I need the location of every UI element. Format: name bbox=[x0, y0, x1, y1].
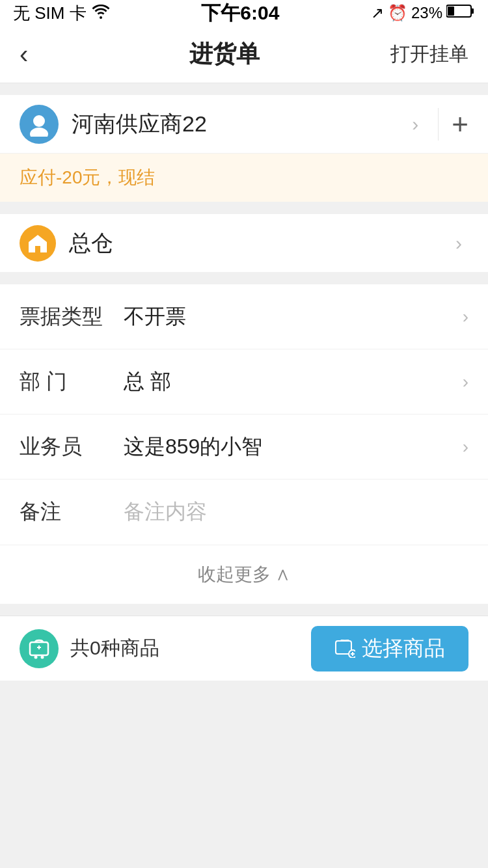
svg-point-4 bbox=[30, 128, 48, 137]
salesperson-chevron-icon: › bbox=[463, 437, 468, 457]
page-title: 进货单 bbox=[189, 38, 260, 70]
add-supplier-button[interactable]: + bbox=[452, 110, 468, 139]
svg-point-3 bbox=[33, 115, 45, 127]
warehouse-icon bbox=[20, 225, 56, 262]
supplier-chevron-icon: › bbox=[412, 113, 418, 135]
invoice-type-label: 票据类型 bbox=[20, 303, 124, 331]
open-pending-button[interactable]: 打开挂单 bbox=[390, 41, 468, 68]
select-product-label: 选择商品 bbox=[362, 634, 445, 663]
status-right: ↗ ⏰ 23% bbox=[371, 4, 475, 22]
battery-icon bbox=[446, 4, 475, 22]
bottom-bar: 共0种商品 选择商品 bbox=[0, 616, 488, 681]
department-chevron-icon: › bbox=[463, 372, 468, 392]
department-label: 部 门 bbox=[20, 368, 124, 396]
svg-marker-5 bbox=[29, 235, 47, 252]
supplier-avatar bbox=[20, 105, 59, 144]
section-divider-1 bbox=[0, 83, 488, 95]
remark-label: 备注 bbox=[20, 498, 124, 526]
collapse-button[interactable]: 收起更多 ∧ bbox=[0, 545, 488, 604]
back-button[interactable]: ‹ bbox=[20, 40, 59, 69]
page-background bbox=[0, 681, 488, 850]
svg-rect-1 bbox=[471, 8, 474, 14]
nav-bar: ‹ 进货单 打开挂单 bbox=[0, 26, 488, 83]
sim-status: 无 SIM 卡 bbox=[13, 2, 87, 25]
collapse-label: 收起更多 ∧ bbox=[198, 564, 291, 584]
warehouse-chevron-icon: › bbox=[455, 232, 462, 254]
cart-icon bbox=[27, 637, 51, 660]
section-divider-3 bbox=[0, 273, 488, 284]
remark-input[interactable]: 备注内容 bbox=[124, 498, 468, 526]
form-section: 票据类型 不开票 › 部 门 总 部 › 业务员 这是859的小智 › 备注 备… bbox=[0, 284, 488, 545]
salesperson-row[interactable]: 业务员 这是859的小智 › bbox=[0, 414, 488, 480]
avatar-person-icon bbox=[27, 112, 51, 137]
alarm-icon: ⏰ bbox=[388, 4, 407, 22]
section-divider-4 bbox=[0, 604, 488, 616]
invoice-type-row[interactable]: 票据类型 不开票 › bbox=[0, 284, 488, 349]
salesperson-value: 这是859的小智 bbox=[124, 433, 463, 461]
notice-row: 应付-20元，现结 bbox=[0, 154, 488, 202]
svg-point-7 bbox=[34, 655, 38, 658]
location-icon: ↗ bbox=[371, 4, 384, 22]
department-row[interactable]: 部 门 总 部 › bbox=[0, 349, 488, 414]
select-product-icon bbox=[334, 640, 355, 658]
wifi-icon bbox=[92, 3, 110, 23]
section-divider-2 bbox=[0, 202, 488, 214]
status-left: 无 SIM 卡 bbox=[13, 2, 110, 25]
svg-point-8 bbox=[41, 655, 44, 658]
select-product-button[interactable]: 选择商品 bbox=[311, 626, 468, 671]
cart-icon-wrap bbox=[20, 629, 59, 668]
svg-rect-2 bbox=[448, 7, 454, 16]
invoice-type-value: 不开票 bbox=[124, 303, 463, 331]
department-value: 总 部 bbox=[124, 368, 463, 396]
warehouse-name: 总仓 bbox=[69, 228, 455, 258]
battery-percent: 23% bbox=[411, 4, 442, 22]
product-count-label: 共0种商品 bbox=[70, 635, 311, 662]
salesperson-label: 业务员 bbox=[20, 433, 124, 461]
invoice-type-chevron-icon: › bbox=[463, 306, 468, 327]
status-time: 下午6:04 bbox=[201, 0, 279, 27]
remark-row[interactable]: 备注 备注内容 bbox=[0, 480, 488, 545]
warehouse-row[interactable]: 总仓 › bbox=[0, 214, 488, 273]
notice-text: 应付-20元，现结 bbox=[20, 167, 155, 187]
supplier-divider bbox=[438, 108, 439, 141]
supplier-name: 河南供应商22 bbox=[72, 109, 412, 139]
status-bar: 无 SIM 卡 下午6:04 ↗ ⏰ 23% bbox=[0, 0, 488, 26]
warehouse-house-icon bbox=[27, 233, 48, 254]
supplier-row[interactable]: 河南供应商22 › + bbox=[0, 95, 488, 154]
